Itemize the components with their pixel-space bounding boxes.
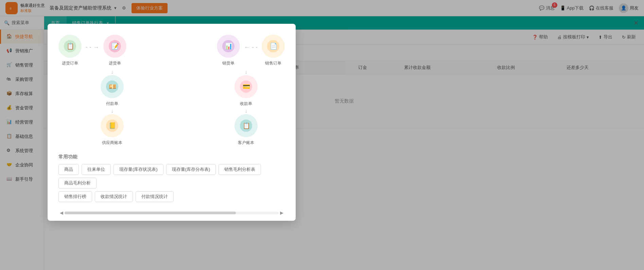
down-arrow-supplier: ↓ — [111, 108, 114, 114]
svg-text:📋: 📋 — [67, 42, 74, 50]
scroll-track — [65, 212, 279, 214]
common-func-title: 常用功能 — [58, 154, 285, 160]
svg-text:📄: 📄 — [270, 42, 278, 50]
common-functions-section: 常用功能 商品 往来单位 现存量(库存状况表) 现存量(库存分布表) 销售毛利分… — [58, 154, 285, 202]
flow-row-sale: 📊 销货单 ← - - 📄 销售订单 — [217, 35, 285, 66]
purchase-bill-label: 进货单 — [109, 60, 121, 66]
flow-node-sale-bill[interactable]: 📊 销货单 — [217, 35, 240, 66]
receipt-icon: 💳 — [234, 75, 258, 98]
flow-node-customer-account[interactable]: 📋 客户账本 — [234, 114, 258, 146]
flow-col-payment: ↓ 💴 付款单 — [101, 69, 124, 107]
flow-col-customer: ↓ 📋 客户账本 — [234, 108, 258, 146]
svg-text:📒: 📒 — [109, 122, 117, 129]
sale-bill-icon: 📊 — [217, 35, 240, 58]
purchase-order-label: 进货订单 — [62, 60, 78, 66]
func-btn-receipt-stat[interactable]: 收款情况统计 — [95, 191, 133, 202]
purchase-order-icon: 📋 — [58, 35, 82, 58]
modal-scrollbar: ◀ ▶ — [58, 210, 285, 215]
func-btn-stock-dist[interactable]: 现存量(库存分布表) — [166, 164, 216, 175]
svg-text:💴: 💴 — [109, 83, 117, 90]
flow-diagram: 📋 进货订单 - - → 📝 进货单 — [58, 35, 285, 146]
flow-node-supplier-account[interactable]: 📒 供应商账本 — [101, 114, 124, 146]
supplier-account-label: 供应商账本 — [102, 140, 122, 146]
func-btn-product-margin[interactable]: 商品毛利分析 — [58, 178, 97, 188]
svg-text:📝: 📝 — [111, 42, 119, 50]
scroll-thumb[interactable] — [65, 212, 236, 214]
func-btn-stock-status[interactable]: 现存量(库存状况表) — [114, 164, 163, 175]
arrow-sale: ← - - — [244, 44, 258, 51]
quick-nav-modal: 📋 进货订单 - - → 📝 进货单 — [48, 24, 296, 221]
func-buttons-row1: 商品 往来单位 现存量(库存状况表) 现存量(库存分布表) 销售毛利分析表 商品… — [58, 164, 285, 188]
supplier-account-icon: 📒 — [101, 114, 124, 137]
flow-col-supplier: ↓ 📒 供应商账本 — [101, 108, 124, 146]
func-buttons-row2: 销售排行榜 收款情况统计 付款情况统计 — [58, 191, 285, 202]
down-arrow-customer: ↓ — [245, 108, 247, 114]
down-arrow-receipt: ↓ — [245, 69, 247, 75]
arrow-purchase: - - → — [86, 44, 99, 51]
sale-order-icon: 📄 — [262, 35, 285, 58]
customer-account-label: 客户账本 — [238, 140, 254, 146]
scroll-right-arrow[interactable]: ▶ — [279, 210, 285, 215]
payment-icon: 💴 — [101, 75, 124, 98]
flow-node-receipt[interactable]: 💳 收款单 — [234, 75, 258, 107]
func-btn-payment-stat[interactable]: 付款情况统计 — [136, 191, 174, 202]
func-btn-product[interactable]: 商品 — [58, 164, 79, 175]
flow-node-purchase-order[interactable]: 📋 进货订单 — [58, 35, 82, 66]
purchase-bill-icon: 📝 — [103, 35, 126, 58]
func-btn-sales-margin[interactable]: 销售毛利分析表 — [219, 164, 261, 175]
receipt-label: 收款单 — [240, 101, 252, 107]
flow-node-sale-order[interactable]: 📄 销售订单 — [262, 35, 285, 66]
sale-bill-label: 销货单 — [222, 60, 234, 66]
customer-account-icon: 📋 — [234, 114, 258, 137]
flow-node-payment[interactable]: 💴 付款单 — [101, 75, 124, 107]
flow-node-purchase-bill[interactable]: 📝 进货单 — [103, 35, 126, 66]
svg-text:📊: 📊 — [225, 42, 233, 50]
flow-row-purchase: 📋 进货订单 - - → 📝 进货单 — [58, 35, 126, 66]
scroll-left-arrow[interactable]: ◀ — [58, 210, 65, 215]
func-btn-counterpart[interactable]: 往来单位 — [82, 164, 111, 175]
modal-overlay[interactable]: 📋 进货订单 - - → 📝 进货单 — [0, 0, 644, 270]
svg-text:📋: 📋 — [243, 122, 250, 129]
payment-label: 付款单 — [106, 101, 118, 107]
svg-text:💳: 💳 — [243, 83, 250, 90]
sale-order-label: 销售订单 — [265, 60, 281, 66]
func-btn-sales-rank[interactable]: 销售排行榜 — [58, 191, 92, 202]
flow-col-receipt: ↓ 💳 收款单 — [234, 69, 258, 107]
down-arrow-payment: ↓ — [111, 69, 114, 75]
